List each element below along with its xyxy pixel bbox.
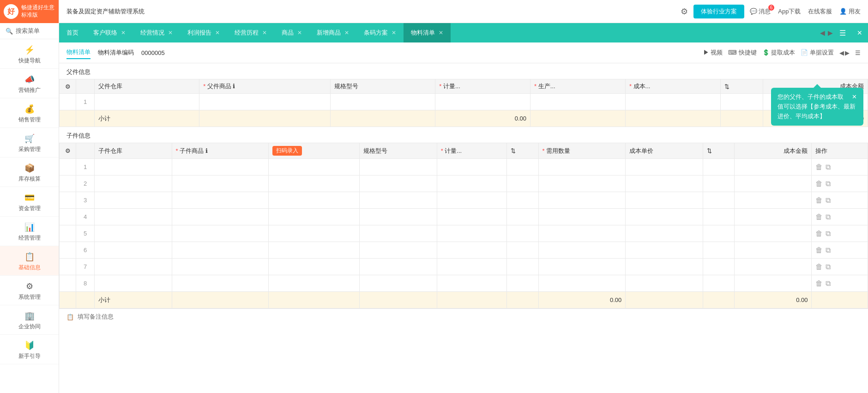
child-row7-qty[interactable]: [538, 259, 626, 275]
child-row1-qty[interactable]: [538, 159, 626, 175]
tab-close-ops-history[interactable]: ✕: [262, 30, 267, 36]
child-row8-copy[interactable]: ⧉: [826, 279, 831, 288]
sidebar-search[interactable]: 🔍 搜索菜单: [0, 23, 59, 39]
child-row7-product[interactable]: [172, 259, 269, 275]
child-row4-warehouse[interactable]: [95, 209, 172, 225]
nav-prev[interactable]: ◀: [819, 29, 826, 36]
sub-next[interactable]: ▶: [845, 49, 850, 56]
parent-row1-warehouse[interactable]: [95, 94, 199, 110]
child-row6-qty[interactable]: [538, 242, 626, 259]
child-row6-spec[interactable]: [360, 242, 437, 259]
child-row3-spec[interactable]: [360, 192, 437, 209]
nav-tab-goods[interactable]: 商品✕: [274, 23, 309, 42]
child-row3-delete[interactable]: 🗑: [815, 196, 823, 205]
tab-close-customer[interactable]: ✕: [121, 30, 126, 36]
tab-close-operations-status[interactable]: ✕: [168, 30, 173, 36]
child-row5-copy[interactable]: ⧉: [826, 230, 831, 238]
sidebar-item-finance[interactable]: 💳资金管理: [0, 187, 59, 217]
parent-row1-product[interactable]: [199, 94, 331, 110]
child-row5-qty[interactable]: [538, 225, 626, 242]
online-service[interactable]: 在线客服: [808, 7, 832, 16]
child-row8-product[interactable]: [172, 275, 269, 292]
child-row3-qty[interactable]: [538, 192, 626, 209]
child-row1-spec[interactable]: [360, 159, 437, 175]
child-row3-unit[interactable]: [437, 192, 507, 209]
close-all-tabs[interactable]: ☰: [834, 29, 851, 37]
tab-close-profit-report[interactable]: ✕: [215, 30, 220, 36]
child-row7-spec[interactable]: [360, 259, 437, 275]
child-row5-product[interactable]: [172, 225, 269, 242]
nav-tab-profit-report[interactable]: 利润报告✕: [180, 23, 227, 42]
nav-tab-customer[interactable]: 客户联络✕: [86, 23, 133, 42]
tooltip-close[interactable]: ✕: [852, 92, 857, 102]
nav-tab-bom[interactable]: 物料清单✕: [404, 23, 451, 42]
child-row2-product[interactable]: [172, 175, 269, 192]
single-settings-btn[interactable]: 📄 单据设置: [801, 48, 834, 57]
sidebar-item-system[interactable]: ⚙系统管理: [0, 276, 59, 305]
settings-icon[interactable]: ⚙: [681, 6, 688, 17]
nav-tab-add-goods[interactable]: 新增商品✕: [309, 23, 356, 42]
child-row3-copy[interactable]: ⧉: [826, 196, 831, 205]
child-row2-warehouse[interactable]: [95, 175, 172, 192]
scan-btn[interactable]: 扫码录入: [272, 146, 302, 156]
child-row2-cost-price[interactable]: [626, 175, 703, 192]
parent-row1-unit[interactable]: [435, 94, 530, 110]
child-col-settings[interactable]: ⚙: [60, 143, 76, 159]
child-row3-cost-price[interactable]: [626, 192, 703, 209]
nav-tab-barcode[interactable]: 条码方案✕: [356, 23, 404, 42]
sidebar-item-inventory[interactable]: 📦库存核算: [0, 157, 59, 187]
child-row8-delete[interactable]: 🗑: [815, 279, 823, 288]
child-row4-cost-price[interactable]: [626, 209, 703, 225]
child-row6-delete[interactable]: 🗑: [815, 246, 823, 254]
app-download[interactable]: App下载: [778, 7, 801, 16]
close-tab-icon[interactable]: ✕: [851, 29, 868, 36]
child-row6-product[interactable]: [172, 242, 269, 259]
sidebar-item-marketing[interactable]: 📣营销推广: [0, 69, 59, 98]
parent-row1-cost[interactable]: [625, 94, 720, 110]
sub-prev[interactable]: ◀: [839, 49, 844, 56]
user-avatar[interactable]: 👤 用友: [839, 7, 861, 16]
child-row7-delete[interactable]: 🗑: [815, 263, 823, 271]
child-row1-copy[interactable]: ⧉: [826, 163, 831, 171]
child-row7-cost-price[interactable]: [626, 259, 703, 275]
parent-col-settings[interactable]: ⚙: [60, 79, 76, 94]
child-row5-warehouse[interactable]: [95, 225, 172, 242]
video-btn[interactable]: ▶ 视频: [703, 48, 723, 57]
child-row6-unit[interactable]: [437, 242, 507, 259]
child-row1-cost-price[interactable]: [626, 159, 703, 175]
parent-row1-production[interactable]: [530, 94, 626, 110]
sidebar-item-quick-nav[interactable]: ⚡快捷导航: [0, 39, 59, 69]
child-row4-qty[interactable]: [538, 209, 626, 225]
child-row8-unit[interactable]: [437, 275, 507, 292]
notification[interactable]: 💬 6 消息: [750, 7, 771, 16]
sidebar-item-purchase[interactable]: 🛒采购管理: [0, 128, 59, 157]
child-row4-spec[interactable]: [360, 209, 437, 225]
child-row4-delete[interactable]: 🗑: [815, 213, 823, 221]
nav-tab-operations-status[interactable]: 经营情况✕: [133, 23, 180, 42]
child-row8-cost-price[interactable]: [626, 275, 703, 292]
nav-tab-ops-history[interactable]: 经营历程✕: [227, 23, 274, 42]
child-row2-spec[interactable]: [360, 175, 437, 192]
sub-tab-bom[interactable]: 物料清单: [66, 46, 90, 59]
nav-tab-home[interactable]: 首页: [59, 23, 86, 42]
child-row5-unit[interactable]: [437, 225, 507, 242]
sidebar-item-basic-info[interactable]: 📋基础信息: [0, 246, 59, 276]
child-row3-product[interactable]: [172, 192, 269, 209]
tab-close-bom[interactable]: ✕: [439, 30, 443, 36]
child-row2-delete[interactable]: 🗑: [815, 180, 823, 188]
child-row8-spec[interactable]: [360, 275, 437, 292]
parent-row1-spec[interactable]: [331, 94, 435, 110]
child-row4-product[interactable]: [172, 209, 269, 225]
trial-btn[interactable]: 体验行业方案: [693, 5, 744, 18]
child-row7-copy[interactable]: ⧉: [826, 263, 831, 271]
view-toggle[interactable]: ☰: [855, 49, 861, 56]
note-text[interactable]: 填写备注信息: [78, 313, 114, 321]
extract-cost-btn[interactable]: 💲 提取成本: [762, 48, 796, 57]
child-row1-unit[interactable]: [437, 159, 507, 175]
child-row2-qty[interactable]: [538, 175, 626, 192]
child-row6-copy[interactable]: ⧉: [826, 246, 831, 254]
sidebar-item-sales[interactable]: 💰销售管理: [0, 98, 59, 128]
sidebar-item-enterprise[interactable]: 🏢企业协同: [0, 305, 59, 335]
child-row6-cost-price[interactable]: [626, 242, 703, 259]
child-row6-warehouse[interactable]: [95, 242, 172, 259]
